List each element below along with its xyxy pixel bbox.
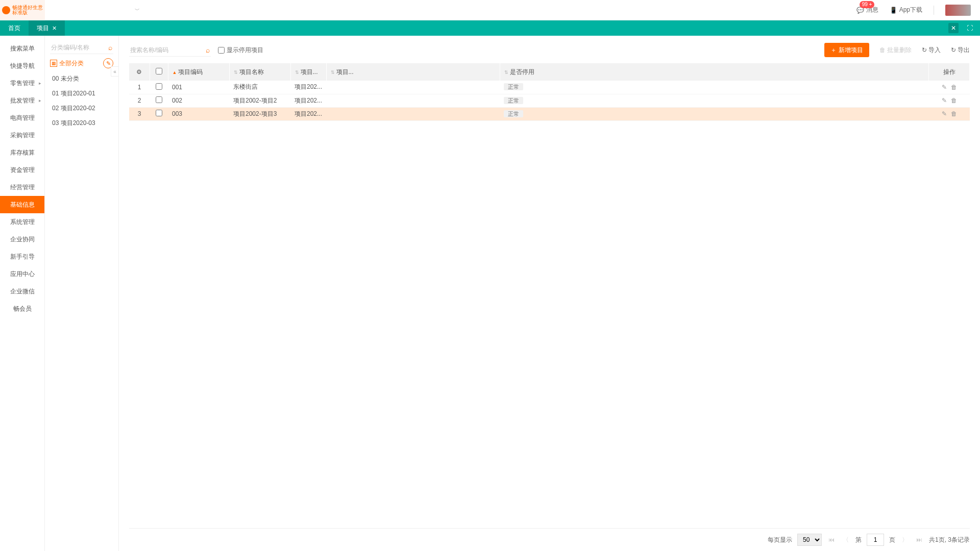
top-header: 畅捷通好生意标准版 ﹀ 💬 消息 99 + 📱 App下载	[0, 0, 980, 20]
search-icon[interactable]: ⌕	[108, 43, 112, 52]
row-checkbox[interactable]	[156, 96, 162, 103]
sidebar: 搜索菜单快捷导航零售管理批发管理电商管理采购管理库存核算资金管理经营管理基础信息…	[0, 36, 45, 551]
sidebar-item-6[interactable]: 库存核算	[0, 144, 44, 161]
edit-icon[interactable]: ✎	[942, 110, 947, 117]
sidebar-item-1[interactable]: 快捷导航	[0, 57, 44, 74]
category-item-0[interactable]: 00 未分类	[50, 71, 113, 86]
per-page-label: 每页显示	[768, 536, 792, 544]
sidebar-item-7[interactable]: 资金管理	[0, 161, 44, 179]
divider	[934, 6, 934, 15]
row-checkbox[interactable]	[156, 83, 162, 90]
category-item-3[interactable]: 03 项目2020-03	[50, 116, 113, 131]
delete-icon[interactable]: 🗑	[951, 84, 957, 91]
category-panel: ⌕ ▦ 全部分类 ✎ 00 未分类01 项目2020-0102 项目2020-0…	[45, 36, 119, 551]
status-badge: 正常	[504, 110, 523, 117]
pager-summary: 共1页, 3条记录	[929, 536, 970, 544]
header-code[interactable]: ▲项目编码	[168, 63, 229, 81]
category-header: ▦ 全部分类 ✎	[50, 58, 113, 68]
row-index: 1	[129, 81, 150, 94]
toolbar: ⌕ 显示停用项目 ＋ 新增项目 🗑 批量删除 ↻	[129, 43, 970, 57]
edit-icon[interactable]: ✎	[942, 84, 947, 91]
search-icon[interactable]: ⌕	[206, 46, 210, 54]
export-button[interactable]: ↻ 导出	[951, 46, 970, 55]
app-download-button[interactable]: 📱 App下载	[890, 6, 922, 14]
header-col4[interactable]: ⇅项目...	[326, 63, 500, 81]
delete-icon[interactable]: 🗑	[951, 97, 957, 104]
header-actions: 💬 消息 99 + 📱 App下载	[856, 5, 980, 16]
app-download-label: App下载	[899, 6, 922, 14]
sidebar-item-5[interactable]: 采购管理	[0, 127, 44, 144]
sidebar-item-11[interactable]: 企业协同	[0, 231, 44, 248]
row-name: 东楼街店	[229, 81, 290, 94]
sidebar-item-10[interactable]: 系统管理	[0, 213, 44, 231]
edit-icon[interactable]: ✎	[942, 97, 947, 104]
row-ops: ✎🗑	[929, 94, 970, 107]
sidebar-item-0[interactable]: 搜索菜单	[0, 40, 44, 57]
sidebar-item-4[interactable]: 电商管理	[0, 109, 44, 127]
sidebar-item-2[interactable]: 零售管理	[0, 74, 44, 92]
logo[interactable]: 畅捷通好生意标准版	[0, 0, 45, 20]
select-all-checkbox[interactable]	[156, 68, 162, 74]
category-all[interactable]: ▦ 全部分类	[50, 59, 84, 68]
avatar[interactable]	[945, 5, 971, 16]
messages-button[interactable]: 💬 消息 99 +	[856, 6, 878, 14]
row-checkbox[interactable]	[156, 110, 162, 116]
table-search: ⌕	[129, 43, 211, 57]
row-name: 项目2002-项目3	[229, 107, 290, 120]
show-disabled-checkbox[interactable]: 显示停用项目	[218, 46, 263, 55]
table-search-input[interactable]	[129, 43, 211, 57]
grid-icon: ▦	[50, 60, 57, 67]
tab-project[interactable]: 项目 ✕	[29, 20, 65, 36]
tab-home[interactable]: 首页	[0, 20, 29, 36]
import-button[interactable]: ↻ 导入	[922, 46, 941, 55]
pager-page-input[interactable]	[867, 534, 884, 546]
close-icon[interactable]: ✕	[52, 25, 57, 32]
row-checkbox-cell	[150, 107, 168, 120]
export-icon: ↻	[951, 46, 956, 54]
table-row[interactable]: 3003项目2002-项目3项目202...正常✎🗑	[129, 107, 970, 120]
sidebar-item-15[interactable]: 畅会员	[0, 300, 44, 317]
row-name: 项目2002-项目2	[229, 94, 290, 107]
table-row[interactable]: 2002项目2002-项目2项目202...正常✎🗑	[129, 94, 970, 107]
logo-icon	[2, 6, 10, 14]
row-status: 正常	[500, 81, 928, 94]
tab-close-all-button[interactable]: ✕	[948, 23, 959, 33]
sidebar-item-13[interactable]: 应用中心	[0, 265, 44, 283]
sidebar-item-14[interactable]: 企业微信	[0, 283, 44, 300]
pager-next[interactable]: 〉	[900, 536, 910, 544]
table-row[interactable]: 1001东楼街店项目202...正常✎🗑	[129, 81, 970, 94]
sidebar-item-9[interactable]: 基础信息	[0, 196, 44, 213]
collapse-panel-button[interactable]: «	[111, 66, 119, 77]
table-area: ⌕ 显示停用项目 ＋ 新增项目 🗑 批量删除 ↻	[119, 36, 980, 551]
header-gear[interactable]: ⚙	[129, 63, 150, 81]
row-checkbox-cell	[150, 81, 168, 94]
row-col3: 项目202...	[290, 94, 326, 107]
per-page-select[interactable]: 50	[797, 534, 822, 546]
data-table: ⚙ ▲项目编码 ⇅项目名称 ⇅项目... ⇅项目... ⇅是否停用 操作 100…	[129, 63, 970, 121]
phone-icon: 📱	[890, 7, 897, 14]
header-name[interactable]: ⇅项目名称	[229, 63, 290, 81]
row-col3: 项目202...	[290, 81, 326, 94]
header-checkbox[interactable]	[150, 63, 168, 81]
add-project-button[interactable]: ＋ 新增项目	[824, 43, 869, 57]
trash-icon: 🗑	[879, 46, 886, 54]
pager-prev[interactable]: 〈	[841, 536, 850, 544]
category-item-2[interactable]: 02 项目2020-02	[50, 101, 113, 116]
show-disabled-input[interactable]	[218, 47, 225, 54]
fullscreen-icon[interactable]: ⛶	[965, 23, 975, 33]
category-item-1[interactable]: 01 项目2020-01	[50, 86, 113, 101]
header-col3[interactable]: ⇅项目...	[290, 63, 326, 81]
row-code: 001	[168, 81, 229, 94]
delete-icon[interactable]: 🗑	[951, 110, 957, 117]
pager: 每页显示 50 ⏮ 〈 第 页 〉 ⏭ 共1页, 3条记录	[129, 528, 970, 546]
sidebar-item-3[interactable]: 批发管理	[0, 92, 44, 109]
category-search-input[interactable]	[50, 41, 113, 54]
sidebar-item-8[interactable]: 经营管理	[0, 179, 44, 196]
pager-last[interactable]: ⏭	[915, 536, 924, 543]
header-enabled[interactable]: ⇅是否停用	[500, 63, 928, 81]
pager-first[interactable]: ⏮	[827, 536, 836, 543]
sidebar-item-12[interactable]: 新手引导	[0, 248, 44, 265]
company-selector[interactable]: ﹀	[45, 6, 147, 14]
row-ops: ✎🗑	[929, 107, 970, 120]
row-code: 003	[168, 107, 229, 120]
